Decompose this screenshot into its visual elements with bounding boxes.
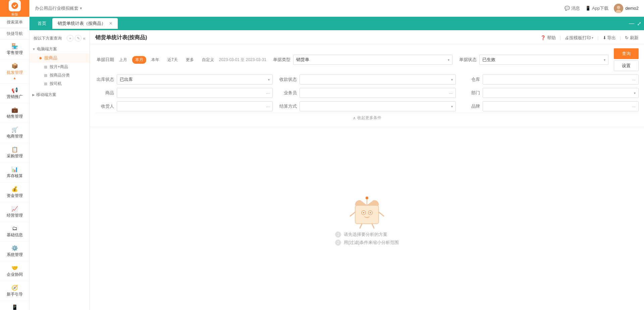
sidebar-item-basics[interactable]: 🗂 基础信息 (0, 222, 29, 242)
svg-line-14 (372, 224, 374, 228)
export-btn[interactable]: ⬇ 导出 (603, 35, 616, 41)
product-input[interactable]: ··· (117, 88, 273, 98)
page-header: 销货单统计表(按商品) ❓ 帮助 | 🖨 按模板打印 ▾ | ⬇ (90, 30, 644, 44)
filter-row-1: 单据日期 上月 本月 本年 近7天 更多 自定义 2023-03-01 至 20… (95, 48, 639, 71)
message-btn[interactable]: 💬 消息 (565, 5, 580, 11)
sidebar-item-inventory[interactable]: 📊 库存核算 (0, 163, 29, 183)
search-menu[interactable]: 搜索菜单 (0, 17, 29, 28)
brand-dots-icon[interactable]: ··· (632, 104, 636, 109)
system-icon: ⚙️ (11, 245, 18, 251)
sidebar-item-ecommerce[interactable]: 🛒 电商管理 (0, 123, 29, 143)
date-this-year[interactable]: 本年 (148, 56, 162, 64)
doc-status-select[interactable]: 已生效 ▾ (479, 55, 608, 65)
topbar-right: 💬 消息 📱 App下载 demo2 (565, 4, 639, 13)
staff-dots-icon[interactable]: ··· (449, 91, 453, 96)
app-download-btn[interactable]: 📱 App下载 (585, 5, 608, 11)
date-this-month[interactable]: 本月 (132, 56, 146, 64)
recipient-input[interactable]: ··· (117, 101, 273, 111)
tab-maximize-icon[interactable]: ⤢ (637, 20, 641, 27)
step-2-circle: 2 (335, 240, 341, 246)
collapse-filter-btn[interactable]: ∧ 收起更多条件 (95, 113, 639, 123)
panel-edit-btn[interactable]: ✎ (75, 35, 82, 42)
export-icon: ⬇ (603, 35, 606, 40)
mobile-icon: 📱 (585, 6, 591, 11)
tab-home[interactable]: 首页 (32, 18, 52, 29)
date-last-7[interactable]: 近7天 (164, 56, 181, 64)
dept-select[interactable]: ▾ (483, 88, 639, 98)
mobile-section-header[interactable]: ▶ 移动端方案 (30, 91, 90, 99)
out-status-label: 出库状态 (95, 76, 114, 83)
pay-status-filter: 收款状态 ▾ (278, 74, 455, 85)
date-last-month[interactable]: 上月 (116, 56, 130, 64)
brand-input[interactable]: ··· (483, 101, 639, 111)
doc-type-select[interactable]: 销货单 ▾ (293, 55, 452, 65)
product-label: 商品 (95, 90, 114, 96)
warehouse-input[interactable]: ··· (483, 74, 639, 85)
query-button[interactable]: 查询 (614, 48, 639, 59)
retail-icon: 🏪 (11, 43, 18, 49)
settings-button[interactable]: 设置 (614, 60, 639, 71)
print-icon: 🖨 (565, 35, 569, 40)
svg-point-0 (11, 2, 18, 9)
sidebar-item-wholesale[interactable]: 📦 批发管理 ▲ (0, 59, 29, 84)
doc-status-label: 单据状态 (458, 57, 477, 63)
quick-nav[interactable]: 快捷导航 (0, 28, 29, 40)
refresh-btn[interactable]: ↻ 刷新 (625, 35, 639, 41)
app-logo[interactable]: 标版 (0, 0, 29, 17)
out-status-select[interactable]: 已出库 ▾ (117, 74, 273, 85)
svg-rect-4 (355, 205, 379, 224)
tree-item-by-month-product[interactable]: ▦ 按月+商品 (30, 63, 90, 71)
logo-icon (9, 0, 21, 11)
staff-input[interactable]: ··· (300, 88, 455, 98)
date-filter: 上月 本月 本年 近7天 更多 自定义 (116, 56, 217, 64)
print-dropdown-icon[interactable]: ▾ (592, 36, 593, 40)
doc-type-filter: 单据类型 销货单 ▾ (272, 55, 452, 65)
panel-collapse-btn[interactable]: « (83, 36, 86, 41)
recipient-dots-icon[interactable]: ··· (266, 104, 270, 109)
doc-status-filter: 单据状态 已生效 ▾ 查询 设置 (458, 48, 639, 71)
tree-item-by-printer[interactable]: ▦ 按司机 (30, 80, 90, 88)
pay-status-label: 收款状态 (278, 76, 297, 83)
svg-point-8 (370, 212, 371, 213)
user-menu[interactable]: demo2 (614, 4, 639, 13)
settlement-select[interactable]: ▾ (300, 101, 455, 111)
sub-item-icon-1: ▦ (43, 65, 48, 69)
tab-close-icon[interactable]: ✕ (109, 21, 112, 26)
sidebar-item-purchase[interactable]: 📋 采购管理 (0, 143, 29, 163)
tree-item-by-product[interactable]: ● 按商品 (30, 53, 90, 63)
panel-add-btn[interactable]: + (67, 35, 73, 42)
svg-line-13 (360, 224, 362, 228)
sidebar-item-marketing[interactable]: 📢 营销推广 (0, 84, 29, 103)
out-status-filter: 出库状态 已出库 ▾ (95, 74, 273, 85)
sidebar-item-appcenter[interactable]: 📱 应用中心 (0, 301, 29, 310)
marketing-icon: 📢 (11, 87, 18, 93)
help-btn[interactable]: ❓ 帮助 (540, 35, 556, 41)
doc-status-arrow-icon: ▾ (604, 58, 605, 62)
pc-section-header[interactable]: ▼ 电脑端方案 (30, 45, 90, 53)
purchase-icon: 📋 (11, 146, 18, 153)
warehouse-label: 仓库 (461, 76, 480, 83)
tab-minimize-icon[interactable]: — (629, 20, 634, 27)
sidebar-item-retail[interactable]: 🏪 零售管理 (0, 40, 29, 59)
tree-item-by-category[interactable]: ▦ 按商品分类 (30, 71, 90, 80)
sidebar-item-system[interactable]: ⚙️ 系统管理 (0, 242, 29, 261)
pay-status-select[interactable]: ▾ (300, 74, 455, 85)
sidebar-item-guide[interactable]: 🧭 新手引导 (0, 281, 29, 301)
date-more[interactable]: 更多 (183, 56, 197, 64)
product-dots-icon[interactable]: ··· (266, 91, 270, 96)
filter-row-4: 收货人 ··· 结算方式 ▾ 品牌 (95, 101, 639, 111)
sidebar: 标版 搜索菜单 快捷导航 🏪 零售管理 📦 批发管理 ▲ 📢 营销推广 💼 销售… (0, 0, 30, 310)
ecommerce-icon: 🛒 (11, 126, 18, 133)
wholesale-icon: 📦 (11, 63, 18, 69)
sidebar-item-operations[interactable]: 📈 经营管理 (0, 202, 29, 222)
sidebar-item-sales[interactable]: 💼 销售管理 (0, 103, 29, 123)
dept-label: 部门 (461, 90, 480, 96)
warehouse-dots-icon[interactable]: ··· (632, 77, 636, 82)
panel-header-actions: + ✎ « (67, 35, 86, 42)
topbar-dropdown-icon[interactable]: ▾ (80, 6, 82, 11)
date-custom[interactable]: 自定义 (199, 56, 217, 64)
print-btn[interactable]: 🖨 按模板打印 ▾ (565, 35, 593, 41)
sidebar-item-enterprise[interactable]: 🤝 企业协同 (0, 261, 29, 281)
tab-sales-stat[interactable]: 销货单统计表（按商品） ✕ (52, 18, 118, 29)
sidebar-item-finance[interactable]: 💰 资金管理 (0, 183, 29, 202)
